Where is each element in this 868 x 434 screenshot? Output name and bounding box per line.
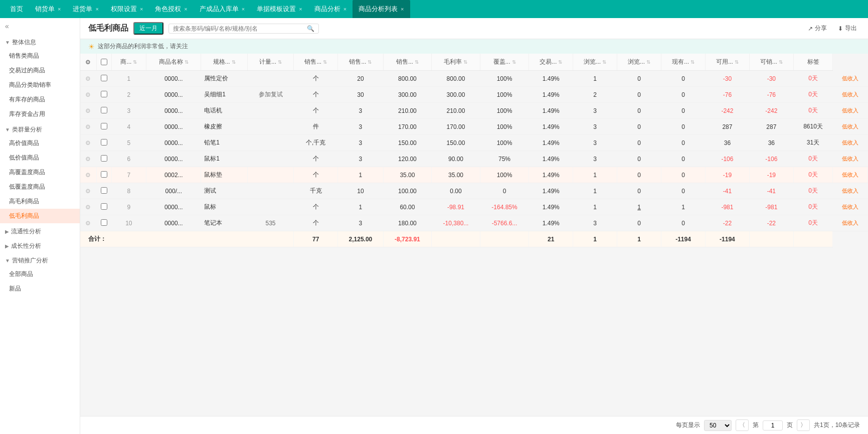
nav-role-auth[interactable]: 角色授权 × (149, 0, 193, 18)
row-name[interactable]: 吴细细1 (201, 87, 247, 103)
page-size-select[interactable]: 50 100 200 (704, 420, 732, 431)
row-available: -19 (749, 167, 793, 183)
table-body: ⚙ 1 0000... 属性定价 个 20 800.00 800.00 100%… (80, 71, 868, 231)
sidebar-item-low-value[interactable]: 低价值商品 (0, 151, 80, 165)
row-browse1[interactable]: 0 (617, 167, 661, 183)
pagination-bar: 每页显示 50 100 200 〈 第 页 〉 共1页，10条记录 (80, 416, 868, 434)
row-actions: ⚙ (80, 183, 96, 199)
page-number-input[interactable] (763, 420, 783, 430)
row-browse1[interactable]: 0 (617, 151, 661, 167)
row-checkbox[interactable] (101, 155, 107, 162)
close-sales-order-icon[interactable]: × (58, 0, 61, 18)
row-browse2: 1 (661, 199, 706, 215)
sidebar-group-overall: ▼ 整体信息 (0, 34, 80, 49)
row-browse1[interactable]: 0 (617, 71, 661, 87)
row-checkbox[interactable] (101, 219, 107, 226)
collapse-sidebar-button[interactable]: « (5, 22, 9, 30)
row-browse1[interactable]: 0 (617, 87, 661, 103)
sidebar-item-in-stock[interactable]: 有库存的商品 (0, 92, 80, 107)
sidebar-item-low-margin[interactable]: 低毛利商品 (0, 209, 80, 223)
row-available: 36 (749, 135, 793, 151)
share-button[interactable]: ↗ 分享 (805, 23, 830, 34)
row-sales-amount: 0.00 (432, 183, 480, 199)
row-browse2: 0 (661, 103, 706, 119)
header-actions: ↗ 分享 ⬇ 导出 (805, 23, 860, 34)
row-name[interactable]: 属性定价 (201, 71, 247, 87)
nav-purchase-order[interactable]: 进货单 × (67, 0, 104, 18)
sidebar-item-sales-products[interactable]: 销售类商品 (0, 49, 80, 63)
row-name[interactable]: 铅笔1 (201, 135, 247, 151)
export-button[interactable]: ⬇ 导出 (835, 23, 860, 34)
nav-home[interactable]: 首页 (4, 0, 29, 18)
row-checkbox[interactable] (101, 171, 107, 178)
sidebar-item-high-value[interactable]: 高价值商品 (0, 136, 80, 151)
sidebar-item-all-products[interactable]: 全部商品 (0, 267, 80, 281)
row-unit: 个 (294, 151, 338, 167)
row-available: -22 (749, 215, 793, 231)
prev-page-button[interactable]: 〈 (736, 419, 749, 431)
close-template-icon[interactable]: × (299, 0, 302, 18)
search-icon[interactable]: 🔍 (307, 25, 314, 32)
row-browse1[interactable]: 0 (617, 183, 661, 199)
nav-product-analysis-list[interactable]: 商品分析列表 × (353, 0, 410, 18)
row-checkbox[interactable] (101, 123, 107, 129)
row-saleable: 8610天 (793, 119, 832, 135)
nav-template-settings[interactable]: 单据模板设置 × (251, 0, 308, 18)
row-browse1[interactable]: 0 (617, 135, 661, 151)
sidebar-item-inventory-capital[interactable]: 库存资金占用 (0, 107, 80, 121)
row-tag: 低收入 (833, 103, 868, 119)
row-current: 36 (705, 135, 749, 151)
sidebar-item-high-coverage[interactable]: 高覆盖度商品 (0, 165, 80, 180)
next-page-button[interactable]: 〉 (797, 419, 810, 431)
main-layout: « ▼ 整体信息 销售类商品 交易过的商品 商品分类助销率 有库存的商品 库存资… (0, 18, 868, 434)
row-name[interactable]: 测试 (201, 183, 247, 199)
close-product-analysis-icon[interactable]: × (343, 0, 346, 18)
th-available: 可用...⇅ (705, 54, 749, 71)
row-browse1[interactable]: 0 (617, 103, 661, 119)
row-checkbox[interactable] (101, 75, 107, 81)
total-label: 合计： (80, 231, 294, 247)
search-input[interactable] (173, 25, 307, 32)
sidebar-item-high-margin[interactable]: 高毛利商品 (0, 194, 80, 209)
close-product-analysis-list-icon[interactable]: × (401, 0, 404, 18)
nav-permission-settings[interactable]: 权限设置 × (105, 0, 149, 18)
row-checkbox[interactable] (101, 139, 107, 146)
th-transaction: 交易...⇅ (529, 54, 573, 71)
row-name[interactable]: 鼠标1 (201, 151, 247, 167)
row-checkbox[interactable] (101, 203, 107, 210)
table-row: ⚙ 1 0000... 属性定价 个 20 800.00 800.00 100%… (80, 71, 868, 87)
row-browse1[interactable]: 1 (617, 199, 661, 215)
row-actions: ⚙ (80, 119, 96, 135)
sidebar-item-low-coverage[interactable]: 低覆盖度商品 (0, 180, 80, 194)
nav-product-inbound[interactable]: 产成品入库单 × (194, 0, 251, 18)
row-name[interactable]: 鼠标 (201, 199, 247, 215)
row-checkbox[interactable] (101, 107, 107, 113)
row-transaction: 1 (573, 71, 617, 87)
sidebar-item-new-products[interactable]: 新品 (0, 281, 80, 296)
row-browse1[interactable]: 0 (617, 119, 661, 135)
nav-sales-order[interactable]: 销货单 × (29, 0, 67, 18)
select-all-checkbox[interactable] (101, 59, 107, 65)
close-role-auth-icon[interactable]: × (184, 0, 187, 18)
close-purchase-order-icon[interactable]: × (95, 0, 98, 18)
sidebar-item-category-rate[interactable]: 商品分类助销率 (0, 78, 80, 92)
row-available: -76 (749, 87, 793, 103)
close-product-inbound-icon[interactable]: × (242, 0, 245, 18)
row-sales-qty: 10 (338, 183, 384, 199)
row-browse1[interactable]: 0 (617, 215, 661, 231)
row-spec (247, 183, 293, 199)
row-sales-price: 150.00 (383, 135, 432, 151)
th-sales-qty: 销售...⇅ (294, 54, 338, 71)
sidebar-item-traded-products[interactable]: 交易过的商品 (0, 63, 80, 78)
close-permission-icon[interactable]: × (140, 0, 143, 18)
row-sales-amount: 210.00 (432, 103, 480, 119)
row-name[interactable]: 鼠标垫 (201, 167, 247, 183)
nav-product-analysis[interactable]: 商品分析 × (308, 0, 353, 18)
row-name[interactable]: 笔记本 (201, 215, 247, 231)
row-name[interactable]: 橡皮擦 (201, 119, 247, 135)
date-filter-button[interactable]: 近一月 (133, 22, 163, 35)
row-checkbox[interactable] (101, 187, 107, 194)
sidebar-group-cluster: ▼ 类群量分析 (0, 121, 80, 136)
row-checkbox[interactable] (101, 91, 107, 97)
row-name[interactable]: 电话机 (201, 103, 247, 119)
